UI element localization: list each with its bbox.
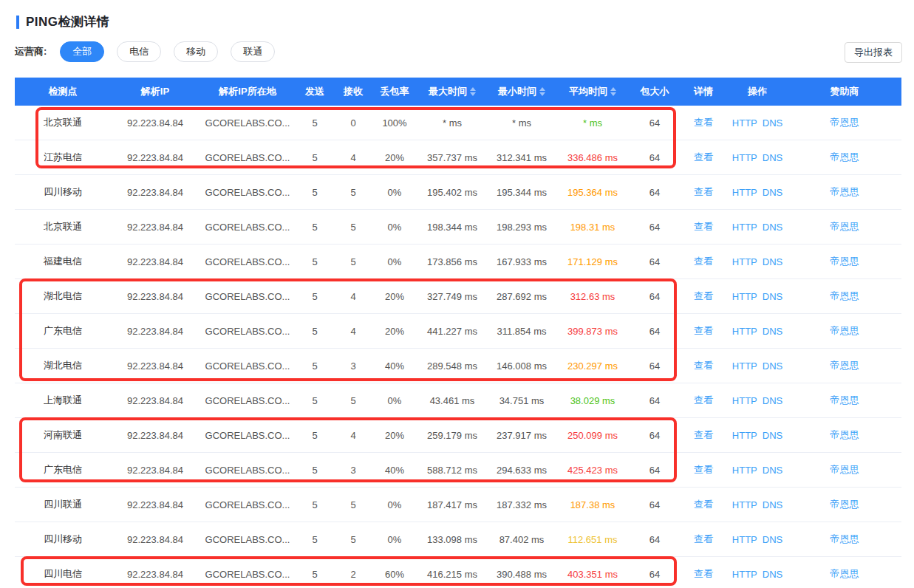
cell-avg-time: 425.423 ms xyxy=(556,465,630,476)
view-detail-link[interactable]: 查看 xyxy=(694,325,713,336)
export-report-button[interactable]: 导出报表 xyxy=(845,42,902,63)
view-detail-link[interactable]: 查看 xyxy=(694,186,713,197)
sponsor-link[interactable]: 帝恩思 xyxy=(831,499,859,510)
http-test-link[interactable]: HTTP xyxy=(732,256,757,267)
view-detail-link[interactable]: 查看 xyxy=(694,533,713,544)
view-detail-link[interactable]: 查看 xyxy=(694,117,713,128)
column-header-max[interactable]: 最大时间 xyxy=(417,85,488,98)
carrier-pill-3[interactable]: 联通 xyxy=(231,41,275,62)
column-header-action: 操作 xyxy=(727,85,788,98)
cell-detail: 查看 xyxy=(680,185,727,199)
view-detail-link[interactable]: 查看 xyxy=(694,151,713,163)
http-test-link[interactable]: HTTP xyxy=(732,291,757,302)
dns-test-link[interactable]: DNS xyxy=(763,117,782,129)
cell-avg-time: * ms xyxy=(556,117,630,129)
carrier-pill-0[interactable]: 全部 xyxy=(60,41,104,62)
dns-test-link[interactable]: DNS xyxy=(763,326,782,337)
dns-test-link[interactable]: DNS xyxy=(763,534,782,545)
view-detail-link[interactable]: 查看 xyxy=(694,360,713,371)
http-test-link[interactable]: HTTP xyxy=(732,152,757,163)
view-detail-link[interactable]: 查看 xyxy=(694,290,713,301)
sponsor-link[interactable]: 帝恩思 xyxy=(831,429,859,440)
dns-test-link[interactable]: DNS xyxy=(763,395,782,406)
sponsor-link[interactable]: 帝恩思 xyxy=(831,290,859,301)
dns-test-link[interactable]: DNS xyxy=(763,256,782,267)
cell-ip-location: GCORELABS.CO... xyxy=(199,360,296,372)
cell-sponsor: 帝恩思 xyxy=(788,394,901,407)
cell-loss-rate: 40% xyxy=(372,360,417,372)
dns-test-link[interactable]: DNS xyxy=(763,291,782,302)
http-test-link[interactable]: HTTP xyxy=(732,360,757,372)
cell-max-time: 43.461 ms xyxy=(417,395,488,406)
cell-packet-size: 64 xyxy=(630,569,680,580)
http-test-link[interactable]: HTTP xyxy=(732,534,757,545)
table-row: 北京联通92.223.84.84GCORELABS.CO...550%198.3… xyxy=(15,210,901,245)
view-detail-link[interactable]: 查看 xyxy=(694,499,713,510)
sponsor-link[interactable]: 帝恩思 xyxy=(831,568,859,579)
cell-actions: HTTPDNS xyxy=(727,430,788,441)
cell-detection-point: 福建电信 xyxy=(15,255,111,268)
sort-icon[interactable] xyxy=(470,87,476,96)
sponsor-link[interactable]: 帝恩思 xyxy=(831,394,859,406)
sort-icon[interactable] xyxy=(539,87,545,96)
view-detail-link[interactable]: 查看 xyxy=(694,394,713,406)
view-detail-link[interactable]: 查看 xyxy=(694,464,713,475)
column-header-label: 解析IP所在地 xyxy=(219,85,276,98)
sponsor-link[interactable]: 帝恩思 xyxy=(831,221,859,232)
cell-avg-time: 399.873 ms xyxy=(556,326,630,337)
cell-min-time: 198.293 ms xyxy=(488,222,556,233)
cell-detail: 查看 xyxy=(680,116,727,129)
view-detail-link[interactable]: 查看 xyxy=(694,568,713,579)
carrier-pill-1[interactable]: 电信 xyxy=(117,41,161,62)
sponsor-link[interactable]: 帝恩思 xyxy=(831,256,859,267)
column-header-avg[interactable]: 平均时间 xyxy=(556,85,630,98)
cell-packet-size: 64 xyxy=(630,291,680,302)
sponsor-link[interactable]: 帝恩思 xyxy=(831,151,859,163)
cell-resolved-ip: 92.223.84.84 xyxy=(111,360,199,372)
column-header-label: 最大时间 xyxy=(429,85,467,98)
cell-detail: 查看 xyxy=(680,428,727,442)
view-detail-link[interactable]: 查看 xyxy=(694,256,713,267)
view-detail-link[interactable]: 查看 xyxy=(694,221,713,232)
http-test-link[interactable]: HTTP xyxy=(732,499,757,510)
dns-test-link[interactable]: DNS xyxy=(763,499,782,510)
dns-test-link[interactable]: DNS xyxy=(763,187,782,198)
http-test-link[interactable]: HTTP xyxy=(732,117,757,129)
sort-icon[interactable] xyxy=(610,87,616,96)
sponsor-link[interactable]: 帝恩思 xyxy=(831,533,859,544)
http-test-link[interactable]: HTTP xyxy=(732,395,757,406)
dns-test-link[interactable]: DNS xyxy=(763,569,782,580)
http-test-link[interactable]: HTTP xyxy=(732,430,757,441)
cell-resolved-ip: 92.223.84.84 xyxy=(111,222,199,233)
cell-resolved-ip: 92.223.84.84 xyxy=(111,187,199,198)
sponsor-link[interactable]: 帝恩思 xyxy=(831,186,859,197)
sponsor-link[interactable]: 帝恩思 xyxy=(831,360,859,371)
cell-detail: 查看 xyxy=(680,151,727,164)
dns-test-link[interactable]: DNS xyxy=(763,465,782,476)
http-test-link[interactable]: HTTP xyxy=(732,326,757,337)
http-test-link[interactable]: HTTP xyxy=(732,569,757,580)
carrier-pill-2[interactable]: 移动 xyxy=(174,41,218,62)
cell-avg-time: 230.297 ms xyxy=(556,360,630,372)
cell-max-time: 416.215 ms xyxy=(417,569,488,580)
http-test-link[interactable]: HTTP xyxy=(732,187,757,198)
cell-loss-rate: 20% xyxy=(372,430,417,441)
dns-test-link[interactable]: DNS xyxy=(763,360,782,372)
cell-sponsor: 帝恩思 xyxy=(788,463,901,476)
dns-test-link[interactable]: DNS xyxy=(763,152,782,163)
dns-test-link[interactable]: DNS xyxy=(763,222,782,233)
sponsor-link[interactable]: 帝恩思 xyxy=(831,117,859,128)
view-detail-link[interactable]: 查看 xyxy=(694,429,713,440)
table-row: 四川移动92.223.84.84GCORELABS.CO...550%195.4… xyxy=(15,175,901,210)
column-header-min[interactable]: 最小时间 xyxy=(488,85,556,98)
http-test-link[interactable]: HTTP xyxy=(732,465,757,476)
dns-test-link[interactable]: DNS xyxy=(763,430,782,441)
cell-detail: 查看 xyxy=(680,324,727,338)
cell-received: 4 xyxy=(334,326,372,337)
sponsor-link[interactable]: 帝恩思 xyxy=(831,325,859,336)
sponsor-link[interactable]: 帝恩思 xyxy=(831,464,859,475)
http-test-link[interactable]: HTTP xyxy=(732,222,757,233)
cell-detection-point: 河南联通 xyxy=(15,428,111,442)
cell-max-time: 259.179 ms xyxy=(417,430,488,441)
cell-actions: HTTPDNS xyxy=(727,534,788,545)
